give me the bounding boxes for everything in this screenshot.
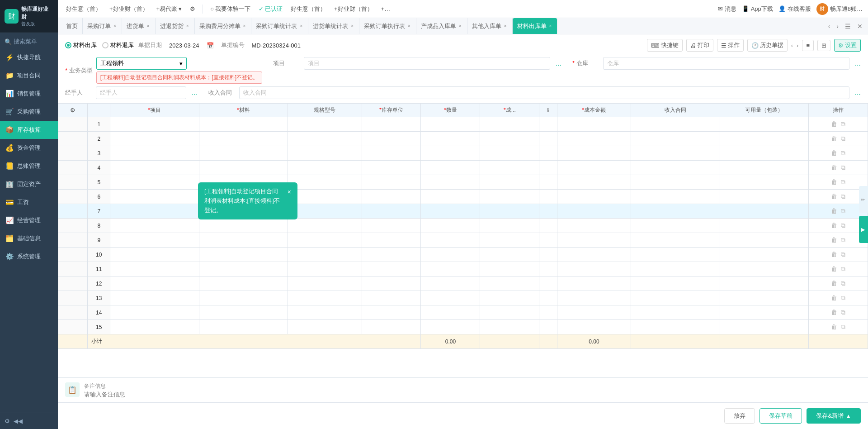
copy-row-btn[interactable]: ⧉ [841, 309, 845, 316]
topbar-item-yidaizhang[interactable]: +易代账 ▾ [154, 0, 185, 18]
tab-next-icon[interactable]: › [835, 21, 840, 32]
sidebar-item-project[interactable]: 📁 项目合同 [0, 67, 58, 85]
row-qty-cell[interactable] [421, 146, 480, 161]
radio-material-return[interactable]: 材料退库 [102, 41, 134, 49]
row-qty-cell[interactable] [421, 204, 480, 219]
row-spec-cell[interactable] [288, 175, 362, 190]
row-cost-cell[interactable] [480, 132, 539, 146]
row-income-contract-cell[interactable] [631, 248, 720, 262]
tab-incoming-return[interactable]: 进退货货× [156, 18, 195, 34]
row-spec-cell[interactable] [288, 262, 362, 276]
tab-prev-icon[interactable]: ‹ [826, 21, 832, 32]
tab-close-icon[interactable]: × [503, 23, 508, 29]
delete-row-btn[interactable]: 🗑 [831, 236, 837, 243]
row-material-cell[interactable] [199, 291, 288, 305]
row-project-cell[interactable] [110, 320, 199, 334]
sidebar-bottom[interactable]: ⚙ ◀◀ [0, 413, 58, 429]
copy-row-btn[interactable]: ⧉ [841, 193, 845, 200]
handler-more-btn[interactable]: ... [192, 89, 198, 97]
copy-row-btn[interactable]: ⧉ [841, 222, 845, 229]
row-cost-cell[interactable] [480, 146, 539, 161]
row-income-contract-cell[interactable] [631, 305, 720, 320]
row-cost-cell[interactable] [480, 219, 539, 233]
sidebar-item-inventory[interactable]: 📦 库存核算 [0, 121, 58, 139]
save-new-button[interactable]: 保存&新增 ▲ [807, 408, 861, 424]
row-cost-amount-cell[interactable] [557, 248, 631, 262]
sidebar-item-purchase[interactable]: 🛒 采购管理 [0, 103, 58, 121]
topbar-item-haoshengyi[interactable]: 好生意（首） [63, 0, 104, 18]
row-unit-cell[interactable] [362, 219, 421, 233]
row-unit-cell[interactable] [362, 276, 421, 291]
row-income-contract-cell[interactable] [631, 146, 720, 161]
copy-row-btn[interactable]: ⧉ [841, 120, 845, 128]
notes-input[interactable] [84, 391, 861, 398]
tab-purchase-stats[interactable]: 采购订单统计表× [251, 18, 308, 34]
tab-home[interactable]: 首页 [61, 18, 83, 34]
row-cost-cell[interactable] [480, 190, 539, 204]
view-grid-btn[interactable]: ⊞ [817, 40, 830, 51]
topbar-trial-btn[interactable]: ○ 我要体验一下 [208, 0, 253, 18]
row-spec-cell[interactable] [288, 190, 362, 204]
tab-close-icon[interactable]: × [548, 23, 553, 29]
delete-row-btn[interactable]: 🗑 [831, 193, 837, 200]
settings-btn[interactable]: ⚙ 设置 [834, 39, 861, 52]
row-unit-cell[interactable] [362, 320, 421, 334]
row-cost-amount-cell[interactable] [557, 146, 631, 161]
row-income-contract-cell[interactable] [631, 219, 720, 233]
topbar-item-haoyecai[interactable]: +好业财（首） [107, 0, 151, 18]
row-spec-cell[interactable] [288, 219, 362, 233]
row-income-contract-cell[interactable] [631, 233, 720, 248]
copy-row-btn[interactable]: ⧉ [841, 251, 845, 258]
tab-close-icon[interactable]: × [458, 23, 462, 29]
row-cost-cell[interactable] [480, 117, 539, 132]
row-project-cell[interactable] [110, 146, 199, 161]
row-qty-cell[interactable] [421, 117, 480, 132]
row-income-contract-cell[interactable] [631, 276, 720, 291]
row-unit-cell[interactable] [362, 305, 421, 320]
row-income-contract-cell[interactable] [631, 132, 720, 146]
row-spec-cell[interactable] [288, 146, 362, 161]
tab-close-icon[interactable]: × [299, 23, 303, 29]
row-cost-amount-cell[interactable] [557, 291, 631, 305]
handler-input[interactable]: 经手人 [96, 86, 186, 99]
tab-incoming-stats[interactable]: 进货单统计表× [308, 18, 359, 34]
row-project-cell[interactable] [110, 204, 199, 219]
row-spec-cell[interactable] [288, 161, 362, 175]
row-qty-cell[interactable] [421, 248, 480, 262]
copy-row-btn[interactable]: ⧉ [841, 294, 845, 302]
right-tool-1[interactable]: ✏ [859, 186, 868, 213]
tab-other-stock[interactable]: 其他入库单× [467, 18, 513, 34]
delete-row-btn[interactable]: 🗑 [831, 178, 837, 186]
tab-close-icon[interactable]: × [185, 23, 190, 29]
row-spec-cell[interactable] [288, 204, 362, 219]
copy-row-btn[interactable]: ⧉ [841, 135, 845, 143]
row-cost-amount-cell[interactable] [557, 190, 631, 204]
row-income-contract-cell[interactable] [631, 175, 720, 190]
row-cost-cell[interactable] [480, 233, 539, 248]
row-qty-cell[interactable] [421, 161, 480, 175]
row-qty-cell[interactable] [421, 305, 480, 320]
row-spec-cell[interactable] [288, 233, 362, 248]
row-qty-cell[interactable] [421, 219, 480, 233]
copy-row-btn[interactable]: ⧉ [841, 178, 845, 186]
history-btn[interactable]: 🕐 历史单据 [747, 39, 788, 52]
row-spec-cell[interactable] [288, 320, 362, 334]
project-input[interactable]: 项目 [304, 57, 550, 70]
row-cost-amount-cell[interactable] [557, 219, 631, 233]
sidebar-item-finance[interactable]: 💰 资金管理 [0, 139, 58, 157]
tab-close-icon[interactable]: × [146, 23, 151, 29]
row-cost-amount-cell[interactable] [557, 305, 631, 320]
row-qty-cell[interactable] [421, 276, 480, 291]
row-cost-cell[interactable] [480, 291, 539, 305]
delete-row-btn[interactable]: 🗑 [831, 265, 837, 272]
warehouse-input[interactable]: 仓库 [603, 57, 849, 70]
row-project-cell[interactable] [110, 161, 199, 175]
operate-btn[interactable]: ☰ 操作 [717, 39, 744, 52]
delete-row-btn[interactable]: 🗑 [831, 251, 837, 258]
sidebar-item-assets[interactable]: 🏢 固定资产 [0, 175, 58, 193]
delete-row-btn[interactable]: 🗑 [831, 149, 837, 157]
income-contract-input[interactable]: 收入合同 [239, 86, 849, 99]
nav-prev-icon[interactable]: ‹ [791, 42, 793, 49]
copy-row-btn[interactable]: ⧉ [841, 164, 845, 172]
row-qty-cell[interactable] [421, 132, 480, 146]
